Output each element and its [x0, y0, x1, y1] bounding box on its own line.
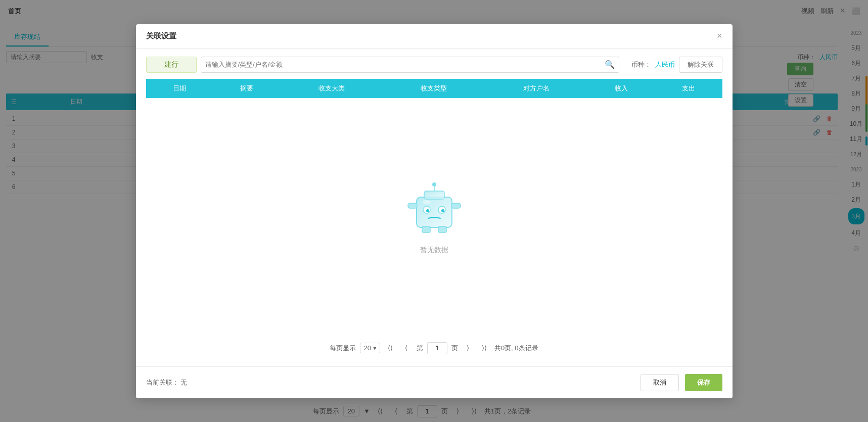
- svg-point-4: [441, 209, 444, 212]
- total-info: 共0页, 0条记录: [494, 344, 538, 353]
- col-counterpart: 对方户名: [485, 79, 587, 98]
- empty-icon: [404, 177, 465, 238]
- modal-body: 建行 🔍 币种： 人民币 解除关联 日期 摘要 收支大类 收支类型: [136, 49, 733, 366]
- modal-footer: 当前关联： 无 取消 保存: [136, 366, 733, 398]
- last-page-btn[interactable]: ⟩⟩: [478, 342, 490, 354]
- page-unit: 页: [451, 344, 458, 353]
- modal-table: 日期 摘要 收支大类 收支类型 对方户名 收入 支出: [146, 79, 722, 98]
- current-link-info: 当前关联： 无: [146, 378, 188, 387]
- col-income: 收入: [587, 79, 655, 98]
- svg-rect-10: [408, 203, 417, 208]
- page-number-input[interactable]: [427, 342, 447, 354]
- page-label: 第: [417, 344, 423, 353]
- page-size-selector[interactable]: 20 ▾: [360, 343, 380, 353]
- current-link-value: 无: [180, 379, 187, 386]
- col-type: 收支类型: [383, 79, 485, 98]
- modal-overlay: 关联设置 × 建行 🔍 币种： 人民币 解除关联 日期: [0, 0, 868, 422]
- table-header: 日期 摘要 收支大类 收支类型 对方户名 收入 支出: [146, 79, 722, 98]
- currency-label: 币种：: [631, 60, 651, 69]
- footer-buttons: 取消 保存: [641, 374, 722, 391]
- search-input-wrap: 🔍: [201, 57, 619, 73]
- svg-point-7: [432, 182, 436, 186]
- page-size-label: 每页显示: [330, 344, 356, 353]
- currency-value: 人民币: [655, 60, 675, 69]
- prev-page-btn[interactable]: ⟨: [400, 342, 413, 354]
- modal-close-btn[interactable]: ×: [717, 31, 722, 40]
- svg-rect-0: [417, 197, 452, 227]
- first-page-btn[interactable]: ⟨⟨: [384, 342, 396, 354]
- svg-rect-8: [422, 226, 430, 232]
- svg-point-3: [426, 209, 429, 212]
- col-expense: 支出: [655, 79, 722, 98]
- search-icon[interactable]: 🔍: [605, 60, 615, 69]
- modal-header: 关联设置 ×: [136, 24, 733, 49]
- bank-tag: 建行: [146, 57, 197, 73]
- svg-rect-9: [438, 226, 446, 232]
- search-row: 建行 🔍 币种： 人民币 解除关联: [146, 57, 722, 73]
- empty-text: 暂无数据: [420, 246, 448, 255]
- col-category: 收支大类: [281, 79, 383, 98]
- svg-rect-11: [451, 203, 461, 208]
- svg-rect-5: [424, 191, 444, 199]
- next-page-btn[interactable]: ⟩: [462, 342, 474, 354]
- col-summary: 摘要: [213, 79, 281, 98]
- col-date: 日期: [146, 79, 213, 98]
- svg-point-12: [423, 200, 431, 204]
- pagination-row: 每页显示 20 ▾ ⟨⟨ ⟨ 第 页 ⟩ ⟩⟩ 共0页, 0条记录: [146, 334, 722, 358]
- empty-state: 暂无数据: [146, 98, 722, 334]
- modal-title: 关联设置: [146, 31, 176, 41]
- cancel-button[interactable]: 取消: [641, 374, 679, 391]
- unlink-btn[interactable]: 解除关联: [679, 57, 722, 73]
- modal-search-input[interactable]: [205, 61, 605, 68]
- modal-dialog: 关联设置 × 建行 🔍 币种： 人民币 解除关联 日期: [136, 24, 733, 398]
- save-button[interactable]: 保存: [685, 374, 722, 391]
